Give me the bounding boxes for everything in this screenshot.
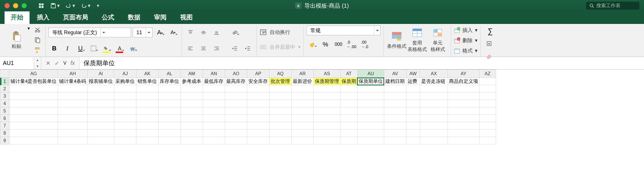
cell-AQ4[interactable] <box>269 100 291 107</box>
paste-button[interactable]: 粘贴 <box>6 26 27 54</box>
cell-AG2[interactable] <box>9 85 58 93</box>
increase-font-button[interactable]: A▴ <box>154 27 166 38</box>
cell-AX6[interactable] <box>420 115 448 122</box>
cell-AS9[interactable] <box>313 137 340 144</box>
copy-button[interactable] <box>32 36 43 44</box>
cell-AG8[interactable] <box>9 130 58 137</box>
cell-AH3[interactable] <box>58 93 87 100</box>
cell-AS4[interactable] <box>313 100 340 107</box>
column-header-AZ[interactable]: AZ <box>479 70 496 78</box>
column-header-AJ[interactable]: AJ <box>114 70 136 78</box>
column-header-AP[interactable]: AP <box>247 70 269 78</box>
cell-AT8[interactable] <box>340 130 357 137</box>
cell-AG7[interactable] <box>9 122 58 130</box>
redo-icon[interactable]: ▾ <box>81 3 90 9</box>
cell-AR4[interactable] <box>291 100 313 107</box>
cell-AY4[interactable] <box>448 100 479 107</box>
cell-AL5[interactable] <box>158 107 180 115</box>
align-right-button[interactable] <box>211 43 222 54</box>
align-middle-button[interactable] <box>198 27 209 38</box>
cell-AH8[interactable] <box>58 130 87 137</box>
cell-AG9[interactable] <box>9 137 58 144</box>
cell-AN6[interactable] <box>203 115 225 122</box>
cell-AU1[interactable]: 保质期单位 <box>357 78 384 85</box>
tab-data[interactable]: 数据 <box>122 10 147 24</box>
chevron-down-icon[interactable] <box>374 26 380 35</box>
cell-AY9[interactable] <box>448 137 479 144</box>
cell-AN4[interactable] <box>203 100 225 107</box>
cell-AP6[interactable] <box>247 115 269 122</box>
align-top-button[interactable] <box>185 27 196 38</box>
cell-AY6[interactable] <box>448 115 479 122</box>
cell-AQ2[interactable] <box>269 85 291 93</box>
cell-AO3[interactable] <box>225 93 247 100</box>
cell-AL9[interactable] <box>158 137 180 144</box>
cell-AT2[interactable] <box>340 85 357 93</box>
cell-AI9[interactable] <box>87 137 114 144</box>
row-header-3[interactable]: 3 <box>0 93 9 100</box>
phonetic-button[interactable]: abcA <box>127 43 138 54</box>
cell-AY5[interactable] <box>448 107 479 115</box>
cell-AP1[interactable]: 安全库存 <box>247 78 269 85</box>
column-header-AK[interactable]: AK <box>136 70 158 78</box>
cell-AV2[interactable] <box>384 85 406 93</box>
fill-button[interactable] <box>483 38 495 49</box>
cell-AS8[interactable] <box>313 130 340 137</box>
confirm-check-icon[interactable]: ✓ <box>55 60 59 67</box>
cell-AM6[interactable] <box>180 115 203 122</box>
cell-AV3[interactable] <box>384 93 406 100</box>
cell-AN8[interactable] <box>203 130 225 137</box>
column-header-AT[interactable]: AT <box>340 70 357 78</box>
cell-AI3[interactable] <box>87 93 114 100</box>
row-header-8[interactable]: 8 <box>0 130 9 137</box>
cell-AN5[interactable] <box>203 107 225 115</box>
bold-button[interactable]: B <box>49 43 60 54</box>
cell-AU3[interactable] <box>357 93 384 100</box>
cell-AW7[interactable] <box>406 122 420 130</box>
cell-AH1[interactable]: 辅计量4条码 <box>58 78 87 85</box>
cell-AM7[interactable] <box>180 122 203 130</box>
merge-center-button[interactable]: 合并后居中 ▾ <box>259 40 301 54</box>
cell-AO5[interactable] <box>225 107 247 115</box>
underline-button[interactable]: U <box>75 43 86 54</box>
decrease-decimal-button[interactable]: .00→.0 <box>359 39 370 50</box>
cell-AH5[interactable] <box>58 107 87 115</box>
cell-AK6[interactable] <box>136 115 158 122</box>
cell-AH6[interactable] <box>58 115 87 122</box>
search-input[interactable] <box>596 3 636 9</box>
column-header-AI[interactable]: AI <box>87 70 114 78</box>
increase-indent-button[interactable] <box>242 43 254 54</box>
cell-AM4[interactable] <box>180 100 203 107</box>
row-header-9[interactable]: 9 <box>0 137 9 144</box>
cell-AN7[interactable] <box>203 122 225 130</box>
currency-button[interactable] <box>307 39 318 50</box>
decrease-font-button[interactable]: A▾ <box>167 27 179 38</box>
column-header-AO[interactable]: AO <box>225 70 247 78</box>
wrap-text-button[interactable]: 自动换行 <box>259 26 301 39</box>
cell-AT1[interactable]: 保质期 <box>340 78 357 85</box>
row-header-6[interactable]: 6 <box>0 115 9 122</box>
number-format-select[interactable]: 常规 <box>307 26 381 35</box>
cell-AJ8[interactable] <box>114 130 136 137</box>
cell-AQ5[interactable] <box>269 107 291 115</box>
cell-AM5[interactable] <box>180 107 203 115</box>
conditional-formatting-button[interactable]: 条件格式 <box>387 26 407 54</box>
cell-AR6[interactable] <box>291 115 313 122</box>
column-header-AQ[interactable]: AQ <box>269 70 291 78</box>
cancel-x-icon[interactable]: ✕ <box>46 60 51 67</box>
cell-AO4[interactable] <box>225 100 247 107</box>
cell-AU8[interactable] <box>357 130 384 137</box>
row-header-2[interactable]: 2 <box>0 85 9 93</box>
cell-AK1[interactable]: 销售单位 <box>136 78 158 85</box>
cell-AO2[interactable] <box>225 85 247 93</box>
cell-AH2[interactable] <box>58 85 87 93</box>
column-header-AM[interactable]: AM <box>180 70 203 78</box>
paste-dropdown[interactable]: ▾ <box>27 26 31 31</box>
cell-AS6[interactable] <box>313 115 340 122</box>
format-as-table-button[interactable]: 套用 表格格式 <box>407 26 427 54</box>
cell-AU7[interactable] <box>357 122 384 130</box>
cell-AZ7[interactable] <box>479 122 496 130</box>
column-header-AV[interactable]: AV <box>384 70 406 78</box>
cell-AR3[interactable] <box>291 93 313 100</box>
cell-AU6[interactable] <box>357 115 384 122</box>
